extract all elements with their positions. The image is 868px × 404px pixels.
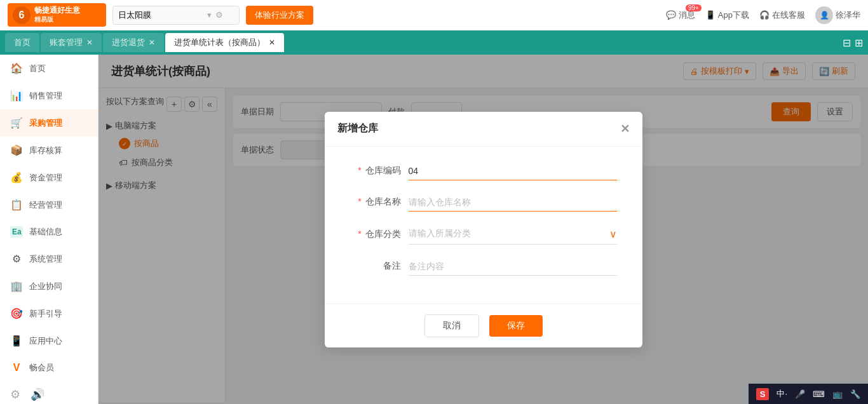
code-form-row: * 仓库编码 — [350, 162, 617, 180]
sidebar-item-system[interactable]: ⚙ 系统管理 — [0, 245, 98, 273]
apps-icon: 📱 — [10, 335, 23, 347]
name-required-star: * — [358, 196, 361, 206]
remark-label: 备注 — [350, 260, 401, 272]
tab-home[interactable]: 首页 — [5, 33, 39, 52]
dropdown-arrow-icon[interactable]: ▾ — [207, 10, 212, 20]
sidebar-item-guide[interactable]: 🎯 新手引导 — [0, 300, 98, 327]
app-download-btn[interactable]: 📱 App下载 — [705, 10, 749, 21]
top-header: 6 畅捷通好生意 精易版 ▾ ⚙ 体验行业方案 💬 消息 99+ 📱 App下载… — [0, 0, 868, 30]
user-area[interactable]: 👤 徐泽华 — [815, 6, 860, 24]
category-placeholder: 请输入所属分类 — [409, 228, 471, 239]
code-required-star: * — [358, 165, 361, 175]
sidebar-label-basic-info: 基础信息 — [29, 226, 62, 238]
logo-sub: 精易版 — [34, 15, 80, 24]
enterprise-icon: 🏢 — [10, 280, 23, 292]
tools-icon[interactable]: 🔧 — [850, 389, 860, 399]
sidebar-item-apps[interactable]: 📱 应用中心 — [0, 327, 98, 354]
sidebar-item-inventory[interactable]: 📦 库存核算 — [0, 137, 98, 164]
sidebar-label-home: 首页 — [29, 63, 46, 74]
modal-footer: 取消 保存 — [325, 304, 642, 347]
sidebar-item-purchase[interactable]: 🛒 采购管理 — [0, 109, 98, 137]
save-btn[interactable]: 保存 — [489, 315, 543, 337]
header-icons: 💬 消息 99+ 📱 App下载 🎧 在线客服 👤 徐泽华 — [666, 6, 860, 24]
keyboard-icon[interactable]: ⌨ — [813, 389, 825, 399]
s-logo: S — [756, 388, 770, 400]
tab-account-label: 账套管理 — [50, 37, 83, 48]
tab-minimize-icon[interactable]: ⊟ — [843, 37, 851, 49]
sidebar-label-enterprise: 企业协同 — [29, 281, 62, 292]
experience-btn[interactable]: 体验行业方案 — [246, 6, 313, 25]
system-icon: ⚙ — [10, 253, 23, 265]
tab-purchase-return-close[interactable]: ✕ — [149, 38, 155, 47]
sidebar-item-sales[interactable]: 📊 销售管理 — [0, 82, 98, 109]
tab-expand-icon[interactable]: ⊞ — [855, 37, 863, 49]
cancel-btn[interactable]: 取消 — [424, 314, 479, 337]
user-name: 徐泽华 — [836, 10, 860, 21]
sidebar-label-operations: 经营管理 — [29, 199, 62, 211]
modal-title: 新增仓库 — [337, 122, 378, 135]
name-label: * 仓库名称 — [350, 196, 401, 208]
inventory-icon: 📦 — [10, 144, 23, 156]
home-icon: 🏠 — [10, 62, 23, 74]
category-arrow-icon: ∨ — [609, 228, 617, 240]
logo-name: 畅捷通好生意 — [34, 6, 80, 16]
category-required-star: * — [358, 229, 361, 239]
bottom-lang: 中· — [776, 388, 787, 400]
vip-icon: V — [10, 362, 23, 374]
sidebar-label-finance: 资金管理 — [29, 172, 62, 184]
sales-icon: 📊 — [10, 90, 23, 102]
search-input[interactable] — [118, 10, 207, 20]
mic-icon[interactable]: 🎤 — [795, 389, 805, 399]
operations-icon: 📋 — [10, 199, 23, 211]
settings-icon[interactable]: ⚙ — [215, 10, 223, 20]
modal-overlay: 新增仓库 ✕ * 仓库编码 * — [98, 55, 868, 404]
sidebar-label-inventory: 库存核算 — [29, 145, 62, 156]
sidebar-label-guide: 新手引导 — [29, 308, 62, 320]
online-service-btn[interactable]: 🎧 在线客服 — [759, 10, 805, 21]
sidebar-label-vip: 畅会员 — [29, 362, 54, 374]
finance-icon: 💰 — [10, 172, 23, 184]
sidebar-item-operations[interactable]: 📋 经营管理 — [0, 191, 98, 219]
content-area: 进货单统计(按商品) 🖨 按模板打印 ▾ 📤 导出 🔄 刷新 — [98, 55, 868, 404]
message-icon: 💬 — [666, 10, 676, 20]
avatar: 👤 — [815, 6, 833, 24]
search-bar[interactable]: ▾ ⚙ — [112, 6, 240, 25]
main-layout: 🏠 首页 📊 销售管理 🛒 采购管理 📦 库存核算 💰 资金管理 📋 经营管理 … — [0, 55, 868, 404]
sidebar-item-enterprise[interactable]: 🏢 企业协同 — [0, 273, 98, 300]
sidebar-item-home[interactable]: 🏠 首页 — [0, 55, 98, 82]
purchase-icon: 🛒 — [10, 117, 23, 129]
guide-icon: 🎯 — [10, 307, 23, 320]
name-input[interactable] — [409, 193, 617, 212]
tab-account[interactable]: 账套管理 ✕ — [41, 33, 102, 52]
tab-purchase-return-label: 进货退货 — [112, 37, 145, 48]
sidebar-settings-icon[interactable]: ⚙ — [10, 387, 20, 401]
sidebar-item-vip[interactable]: V 畅会员 — [0, 354, 98, 381]
tab-home-label: 首页 — [14, 37, 31, 48]
sidebar-item-basic-info[interactable]: Ea 基础信息 — [0, 219, 98, 245]
logo-area: 6 畅捷通好生意 精易版 — [8, 3, 106, 27]
modal-close-btn[interactable]: ✕ — [620, 122, 630, 136]
tab-purchase-return[interactable]: 进货退货 ✕ — [103, 33, 164, 52]
basic-info-icon: Ea — [10, 226, 23, 238]
screen-icon[interactable]: 📺 — [832, 389, 843, 399]
tab-bar-actions: ⊟ ⊞ — [843, 37, 863, 49]
sidebar-bottom: ⚙ 🔊 — [0, 381, 98, 404]
sidebar-label-sales: 销售管理 — [29, 90, 62, 102]
bottom-status-bar: S 中· 🎤 ⌨ 📺 🔧 — [749, 384, 868, 404]
code-input[interactable] — [409, 162, 617, 180]
sidebar-volume-icon[interactable]: 🔊 — [31, 387, 44, 401]
mobile-icon: 📱 — [705, 10, 715, 20]
tab-purchase-stats-close[interactable]: ✕ — [269, 38, 275, 47]
category-select[interactable]: 请输入所属分类 ∨ — [409, 224, 617, 245]
modal-header: 新增仓库 ✕ — [325, 112, 642, 147]
tab-account-close[interactable]: ✕ — [86, 38, 93, 47]
remark-input[interactable] — [409, 257, 617, 276]
add-warehouse-modal: 新增仓库 ✕ * 仓库编码 * — [325, 112, 642, 347]
message-badge: 99+ — [686, 4, 702, 11]
tab-purchase-stats[interactable]: 进货单统计表（按商品） ✕ — [165, 33, 284, 52]
category-label: * 仓库分类 — [350, 229, 401, 240]
logo-icon: 6 — [13, 6, 31, 24]
name-form-row: * 仓库名称 — [350, 193, 617, 212]
sidebar-item-finance[interactable]: 💰 资金管理 — [0, 164, 98, 191]
messages-btn[interactable]: 💬 消息 99+ — [666, 10, 695, 21]
